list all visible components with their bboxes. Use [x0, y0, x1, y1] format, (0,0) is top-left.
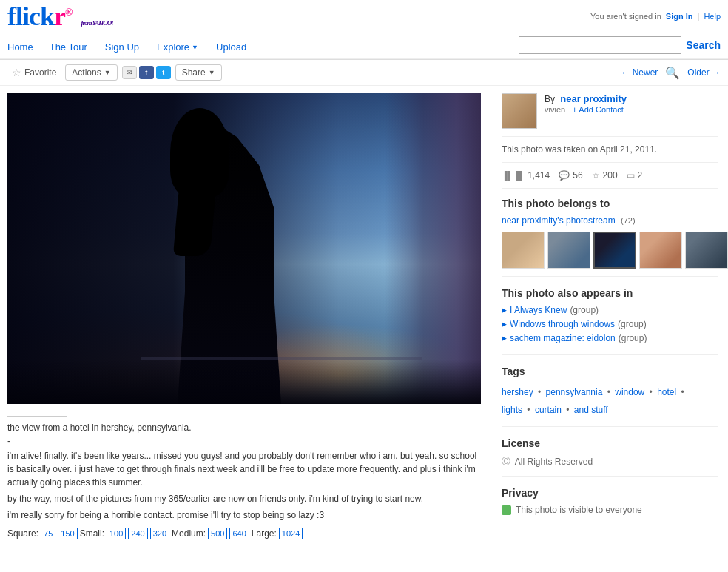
- group-link-3[interactable]: sachem magazine: eidolon: [510, 333, 616, 343]
- sign-in-link[interactable]: Sign In: [666, 12, 693, 21]
- license-text: All Rights Reserved: [515, 457, 593, 467]
- privacy-text: This photo is visible to everyone: [516, 505, 642, 515]
- logo-nav-row: Home The Tour Sign Up Explore ▼ Upload S…: [0, 33, 728, 59]
- newer-link[interactable]: ← Newer: [621, 67, 658, 78]
- sets-icon: ▭: [627, 170, 635, 181]
- group-arrow-2: ▶: [502, 320, 507, 328]
- tag-lights[interactable]: lights: [502, 405, 522, 415]
- facebook-share-button[interactable]: f: [139, 66, 154, 79]
- search-input[interactable]: [519, 36, 681, 54]
- thumbnail-2[interactable]: [547, 232, 590, 269]
- group-link-1[interactable]: I Always Knew: [510, 305, 567, 315]
- share-dropdown-arrow: ▼: [209, 69, 215, 76]
- tag-sep-4: •: [681, 387, 684, 397]
- search-area: Search: [519, 36, 721, 58]
- comments-count: 56: [573, 170, 582, 181]
- twitter-share-button[interactable]: t: [156, 66, 171, 79]
- nav-tour[interactable]: The Tour: [41, 36, 96, 58]
- photo-date: This photo was taken on April 21, 2011.: [502, 144, 718, 163]
- group-label-1: (group): [570, 305, 599, 315]
- size-100[interactable]: 100: [107, 528, 126, 539]
- thumbnail-1[interactable]: [502, 232, 545, 269]
- size-240[interactable]: 240: [128, 528, 147, 539]
- by-label: By: [545, 94, 555, 104]
- size-500[interactable]: 500: [208, 528, 227, 539]
- actions-button[interactable]: Actions ▼: [65, 64, 117, 81]
- privacy-icon: [502, 505, 511, 515]
- header: flickr® from YAHOO! You aren't signed in…: [0, 0, 728, 60]
- size-320[interactable]: 320: [150, 528, 169, 539]
- tags-section: Tags hershey • pennsylvannia • window • …: [502, 366, 718, 427]
- author-name-link[interactable]: near proximity: [560, 93, 627, 104]
- tag-sep-2: •: [607, 387, 610, 397]
- nav-upload[interactable]: Upload: [207, 36, 255, 58]
- group-item-1: ▶ I Always Knew (group): [502, 305, 718, 315]
- search-button[interactable]: Search: [686, 39, 721, 51]
- actions-dropdown-arrow: ▼: [104, 69, 111, 76]
- photo-desc-sorry: i'm really sorry for being a horrible co…: [7, 508, 488, 522]
- surface: [7, 360, 481, 404]
- thumbnail-4[interactable]: [639, 232, 682, 269]
- yahoo-brand: from YAHOO!: [81, 19, 112, 27]
- zoom-icon[interactable]: 🔍: [665, 66, 680, 80]
- nav-signup[interactable]: Sign Up: [96, 36, 148, 58]
- belongs-title: This photo belongs to: [502, 198, 718, 209]
- flickr-logo: flickr® from YAHOO!: [7, 1, 113, 31]
- top-bar: flickr® from YAHOO! You aren't signed in…: [0, 0, 728, 33]
- explore-dropdown-arrow: ▼: [192, 44, 198, 51]
- tag-window[interactable]: window: [615, 387, 644, 397]
- nav-links: Home The Tour Sign Up Explore ▼ Upload: [7, 36, 255, 58]
- separator: |: [698, 12, 700, 21]
- group-item-3: ▶ sachem magazine: eidolon (group): [502, 333, 718, 343]
- logo-area: flickr® from YAHOO!: [7, 3, 113, 30]
- share-button[interactable]: Share ▼: [175, 64, 222, 81]
- tag-and-stuff[interactable]: and stuff: [574, 405, 608, 415]
- thumbnail-3-active[interactable]: [593, 232, 636, 269]
- size-75[interactable]: 75: [41, 528, 55, 539]
- size-1024[interactable]: 1024: [279, 528, 303, 539]
- views-count: 1,414: [528, 170, 550, 181]
- appears-section: This photo also appears in ▶ I Always Kn…: [502, 287, 718, 355]
- group-label-3: (group): [619, 333, 647, 343]
- help-link[interactable]: Help: [704, 12, 721, 21]
- nav-home[interactable]: Home: [7, 36, 41, 58]
- size-150[interactable]: 150: [58, 528, 77, 539]
- large-label: Large:: [252, 528, 277, 539]
- photo-sep: -: [7, 436, 488, 446]
- email-share-button[interactable]: ✉: [122, 66, 137, 79]
- photo-section: the view from a hotel in hershey, pennsy…: [7, 93, 488, 545]
- views-icon: ▐▌▐▌: [502, 171, 525, 180]
- license-section: License © All Rights Reserved: [502, 437, 718, 477]
- older-link[interactable]: Older →: [687, 67, 721, 78]
- add-contact-link[interactable]: + Add Contact: [572, 105, 623, 114]
- nav-explore[interactable]: Explore ▼: [148, 36, 207, 58]
- comments-icon: 💬: [559, 170, 570, 181]
- action-bar: ☆ Favorite Actions ▼ ✉ f t Share ▼ ← New…: [0, 60, 728, 86]
- tag-sep-3: •: [650, 387, 653, 397]
- appears-title: This photo also appears in: [502, 287, 718, 299]
- tag-hotel[interactable]: hotel: [657, 387, 676, 397]
- main-content: the view from a hotel in hershey, pennsy…: [0, 86, 728, 553]
- thumbnails: [502, 232, 718, 269]
- photostream-link[interactable]: near proximity's photostream: [502, 215, 616, 226]
- small-label: Small:: [80, 528, 104, 539]
- tags-title: Tags: [502, 366, 718, 377]
- thumbnail-5[interactable]: [685, 232, 728, 269]
- tag-pennsylvannia[interactable]: pennsylvannia: [546, 387, 603, 397]
- user-status-area: You aren't signed in Sign In | Help: [590, 12, 721, 21]
- author-info: By near proximity vivien + Add Contact: [545, 93, 627, 115]
- favorite-button[interactable]: ☆ Favorite: [7, 64, 61, 81]
- faves-icon: ☆: [592, 170, 600, 181]
- belongs-section: This photo belongs to near proximity's p…: [502, 198, 718, 277]
- photo-description: the view from a hotel in hershey, pennsy…: [7, 404, 488, 545]
- size-640[interactable]: 640: [229, 528, 249, 539]
- faves-count: 200: [603, 170, 618, 181]
- faves-stat: ☆ 200: [592, 170, 618, 181]
- tag-curtain[interactable]: curtain: [535, 405, 562, 415]
- license-info: © All Rights Reserved: [502, 455, 718, 468]
- tag-hershey[interactable]: hershey: [502, 387, 533, 397]
- square-label: Square:: [7, 528, 38, 539]
- main-photo[interactable]: [7, 93, 481, 404]
- nav-controls: ← Newer 🔍 Older →: [621, 66, 721, 80]
- group-link-2[interactable]: Windows through windows: [510, 319, 615, 329]
